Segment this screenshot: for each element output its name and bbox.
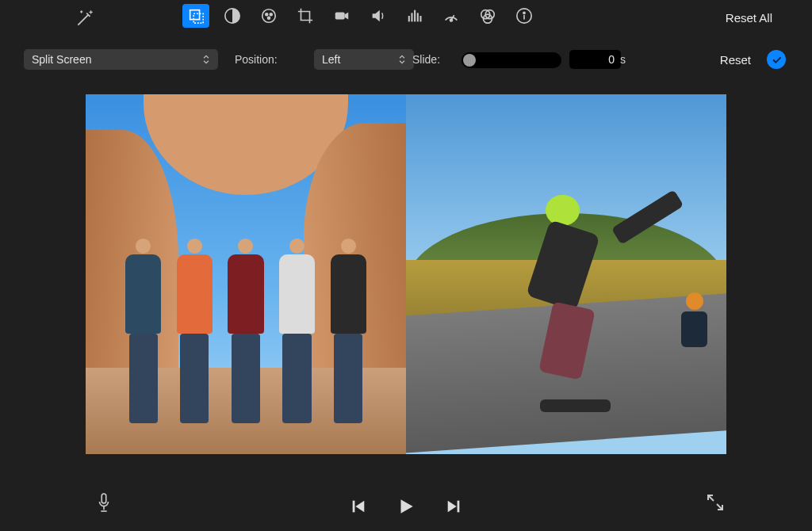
svg-rect-19: [102, 494, 106, 503]
crop-icon[interactable]: [296, 6, 315, 25]
overlay-mode-value: Split Screen: [32, 53, 91, 66]
fullscreen-icon[interactable]: [706, 493, 725, 512]
svg-rect-21: [458, 501, 460, 513]
slide-unit: s: [620, 53, 626, 66]
color-wheel-icon[interactable]: [259, 6, 278, 25]
microphone-icon[interactable]: [95, 491, 113, 514]
slide-label: Slide:: [412, 53, 440, 66]
reset-button[interactable]: Reset: [720, 53, 751, 67]
split-right-pane: [406, 94, 726, 454]
svg-rect-8: [408, 16, 410, 21]
position-label: Position:: [235, 53, 278, 66]
slide-duration-slider[interactable]: [462, 52, 561, 68]
svg-point-18: [523, 12, 525, 13]
play-button[interactable]: [396, 496, 416, 517]
svg-point-5: [270, 13, 272, 16]
adjustments-toolbar: Reset All: [0, 0, 812, 43]
svg-point-3: [262, 10, 276, 23]
transport-bar: [0, 476, 812, 531]
camera-icon[interactable]: [332, 6, 351, 25]
svg-rect-1: [193, 13, 203, 23]
svg-point-4: [266, 13, 268, 16]
svg-rect-9: [411, 13, 412, 21]
position-select[interactable]: Left: [314, 49, 414, 70]
overlay-mode-select[interactable]: Split Screen: [24, 49, 218, 70]
svg-rect-11: [417, 13, 419, 21]
svg-rect-12: [419, 16, 421, 21]
equalizer-icon[interactable]: [405, 6, 424, 25]
previous-frame-button[interactable]: [350, 498, 367, 515]
svg-rect-10: [414, 10, 416, 22]
position-value: Left: [322, 53, 340, 66]
speed-dial-icon[interactable]: [442, 6, 461, 25]
info-icon[interactable]: [515, 6, 534, 25]
filters-icon[interactable]: [478, 6, 497, 25]
next-frame-button[interactable]: [445, 498, 462, 515]
slider-knob[interactable]: [463, 54, 476, 67]
preview-viewport[interactable]: [86, 94, 726, 454]
apply-check-button[interactable]: [767, 50, 786, 69]
overlay-controls: Split Screen Position: Left Slide: 0 s R…: [0, 43, 812, 82]
chevron-down-icon: [201, 54, 212, 65]
volume-icon[interactable]: [369, 6, 388, 25]
svg-point-6: [268, 17, 270, 19]
overlay-icon[interactable]: [182, 4, 209, 28]
svg-rect-0: [190, 10, 200, 20]
color-balance-icon[interactable]: [223, 6, 242, 25]
magic-wand-icon[interactable]: [75, 8, 95, 29]
chevron-down-icon: [396, 54, 408, 65]
slide-duration-value[interactable]: 0: [569, 50, 621, 69]
reset-all-button[interactable]: Reset All: [726, 11, 772, 25]
svg-rect-20: [353, 501, 355, 513]
split-left-pane: [86, 94, 406, 454]
svg-rect-7: [335, 12, 345, 19]
